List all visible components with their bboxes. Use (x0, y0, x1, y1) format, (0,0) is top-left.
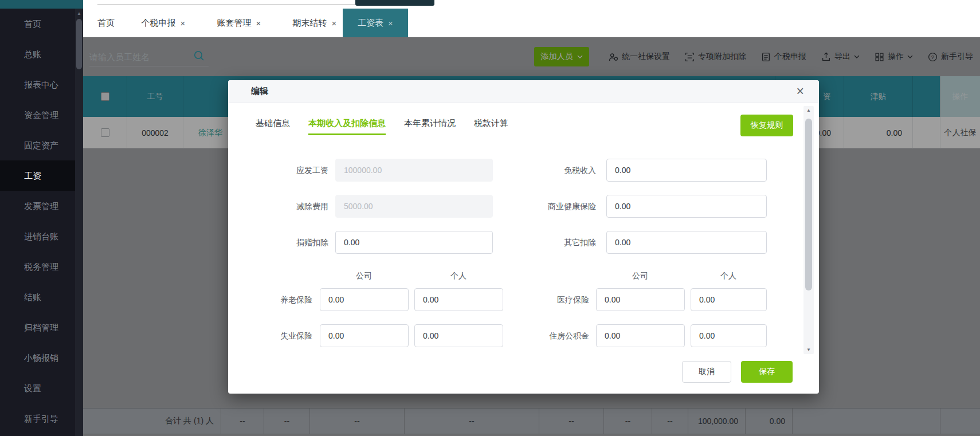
field-label-gross-salary: 应发工资 (262, 164, 328, 176)
sidebar: 首页 总账 报表中心 资金管理 固定资产 工资 发票管理 进销台账 税务管理 结… (0, 0, 83, 436)
cancel-button[interactable]: 取消 (682, 361, 731, 383)
unemployment-personal-input[interactable] (414, 324, 503, 347)
sidebar-item-report-center[interactable]: 报表中心 (0, 69, 75, 100)
field-label-deduction-expense: 减除费用 (262, 201, 328, 212)
field-label-tax-free-income: 免税收入 (532, 164, 596, 176)
tab-bar: 首页 个税申报 × 账套管理 × 期末结转 × 工资表 × (83, 9, 980, 37)
modal-header: 编辑 × (228, 80, 819, 103)
deduction-expense-input (335, 195, 493, 218)
modal-scrollbar[interactable]: ▲ ▼ (803, 106, 814, 354)
sidebar-item-salary[interactable]: 工资 (0, 160, 75, 191)
field-label-pension: 养老保险 (272, 294, 312, 305)
restore-rules-button[interactable]: 恢复规则 (740, 115, 793, 136)
tab-close-icon[interactable]: × (256, 18, 261, 28)
sidebar-item-archive[interactable]: 归档管理 (0, 312, 75, 343)
top-dark-block (355, 0, 434, 6)
field-label-donation-deduction: 捐赠扣除 (262, 237, 328, 248)
save-button[interactable]: 保存 (741, 361, 793, 383)
medical-company-input[interactable] (596, 288, 685, 311)
other-deduction-input[interactable] (606, 231, 767, 254)
tab-period-end[interactable]: 期末结转 × (283, 9, 346, 37)
col-header-company: 公司 (348, 271, 380, 281)
sidebar-item-tax[interactable]: 税务管理 (0, 252, 75, 282)
scroll-up-icon[interactable]: ▲ (75, 11, 83, 16)
tab-home[interactable]: 首页 (86, 9, 126, 37)
modal-tabs: 基础信息 本期收入及扣除信息 本年累计情况 税款计算 (256, 118, 508, 131)
medical-personal-input[interactable] (691, 288, 767, 311)
modal-tab-income-deduction[interactable]: 本期收入及扣除信息 (308, 118, 386, 131)
close-icon[interactable]: × (797, 84, 804, 99)
modal-tab-basic-info[interactable]: 基础信息 (256, 118, 290, 131)
sidebar-item-invoice[interactable]: 发票管理 (0, 191, 75, 221)
col-header-personal: 个人 (442, 271, 475, 281)
sidebar-item-funds[interactable]: 资金管理 (0, 100, 75, 130)
sidebar-scrollbar[interactable]: ▲ (75, 9, 83, 436)
sidebar-item-closing[interactable]: 结账 (0, 282, 75, 312)
logo-strip (0, 0, 83, 9)
health-insurance-input[interactable] (606, 195, 767, 218)
modal-scrollbar-thumb[interactable] (805, 119, 812, 290)
field-label-other-deduction: 其它扣除 (532, 237, 596, 248)
col-header-company: 公司 (624, 271, 656, 281)
housing-fund-company-input[interactable] (596, 324, 685, 347)
sidebar-item-fixed-assets[interactable]: 固定资产 (0, 130, 75, 160)
gross-salary-input (335, 159, 493, 182)
app-window: 首页 总账 报表中心 资金管理 固定资产 工资 发票管理 进销台账 税务管理 结… (0, 0, 980, 436)
sidebar-item-guide[interactable]: 新手引导 (0, 403, 75, 434)
sidebar-scrollbar-thumb[interactable] (76, 19, 82, 69)
tab-close-icon[interactable]: × (332, 18, 337, 28)
sidebar-item-general-ledger[interactable]: 总账 (0, 39, 75, 69)
modal-tab-tax-calc[interactable]: 税款计算 (474, 118, 508, 131)
donation-deduction-input[interactable] (335, 231, 493, 254)
scroll-up-icon[interactable]: ▲ (803, 108, 814, 113)
sidebar-item-purchase-sale[interactable]: 进销台账 (0, 221, 75, 252)
field-label-health-insurance: 商业健康保险 (532, 201, 596, 212)
tab-close-icon[interactable]: × (181, 18, 186, 28)
tab-personal-tax[interactable]: 个税申报 × (132, 9, 195, 37)
tab-account-set[interactable]: 账套管理 × (207, 9, 271, 37)
sidebar-item-settings[interactable]: 设置 (0, 373, 75, 403)
edit-modal: 编辑 × 基础信息 本期收入及扣除信息 本年累计情况 税款计算 恢复规则 应发工… (228, 80, 819, 394)
field-label-housing-fund: 住房公积金 (541, 330, 589, 341)
sidebar-nav: 首页 总账 报表中心 资金管理 固定资产 工资 发票管理 进销台账 税务管理 结… (0, 9, 75, 434)
pension-company-input[interactable] (320, 288, 409, 311)
modal-tab-yearly-summary[interactable]: 本年累计情况 (404, 118, 456, 131)
field-label-medical: 医疗保险 (541, 294, 589, 305)
sidebar-item-expense[interactable]: 小畅报销 (0, 343, 75, 373)
housing-fund-personal-input[interactable] (691, 324, 767, 347)
tab-salary-sheet[interactable]: 工资表 × (343, 9, 408, 37)
pension-personal-input[interactable] (414, 288, 503, 311)
sidebar-item-home[interactable]: 首页 (0, 9, 75, 39)
unemployment-company-input[interactable] (320, 324, 409, 347)
field-label-unemployment: 失业保险 (272, 330, 312, 341)
tax-free-income-input[interactable] (606, 159, 767, 182)
tab-close-icon[interactable]: × (388, 18, 393, 28)
col-header-personal: 个人 (712, 271, 744, 281)
modal-title: 编辑 (251, 86, 268, 97)
scroll-down-icon[interactable]: ▼ (803, 347, 814, 352)
